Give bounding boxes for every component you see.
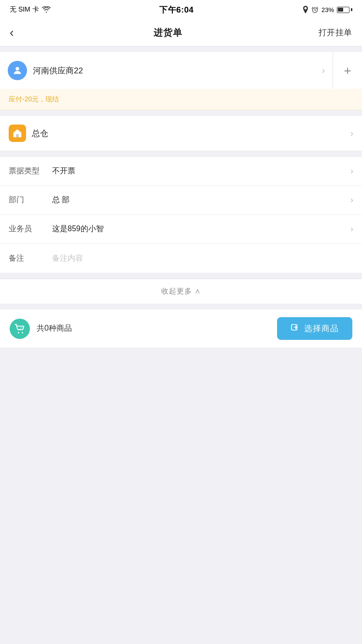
location-icon xyxy=(303,6,308,14)
battery-icon xyxy=(337,7,352,13)
supplier-name: 河南供应商22 xyxy=(33,65,316,76)
svg-point-1 xyxy=(15,67,19,70)
product-count: 共0种商品 xyxy=(37,323,72,334)
remark-row[interactable]: 备注 备注内容 xyxy=(0,244,362,273)
salesperson-value: 这是859的小智 xyxy=(47,224,350,234)
select-product-button[interactable]: 选择商品 xyxy=(277,317,352,340)
section-gap-1 xyxy=(0,46,362,52)
select-btn-label: 选择商品 xyxy=(304,323,339,334)
notice-banner: 应付-20元，现结 xyxy=(0,89,362,110)
page-title: 进货单 xyxy=(153,27,182,39)
invoice-type-chevron-icon: › xyxy=(350,166,353,176)
add-supplier-button[interactable]: + xyxy=(333,52,362,89)
notice-text: 应付-20元，现结 xyxy=(9,95,59,103)
salesperson-label: 业务员 xyxy=(9,224,47,234)
page-background xyxy=(0,348,362,483)
alarm-icon xyxy=(311,6,319,14)
supplier-section: 河南供应商22 › + xyxy=(0,52,362,89)
salesperson-row[interactable]: 业务员 这是859的小智 › xyxy=(0,215,362,244)
status-right: 23% xyxy=(303,6,352,14)
invoice-type-row[interactable]: 票据类型 不开票 › xyxy=(0,157,362,186)
cart-icon xyxy=(10,319,30,339)
form-section: 票据类型 不开票 › 部门 总 部 › 业务员 这是859的小智 › 备注 备注… xyxy=(0,157,362,273)
warehouse-icon xyxy=(9,125,26,142)
department-value: 总 部 xyxy=(47,195,350,205)
chevron-right-icon: › xyxy=(322,66,325,76)
wifi-icon xyxy=(42,6,51,13)
status-left: 无 SIM 卡 xyxy=(10,5,51,14)
warehouse-name: 总仓 xyxy=(32,128,345,139)
invoice-type-label: 票据类型 xyxy=(9,166,47,176)
svg-rect-2 xyxy=(16,134,19,137)
warehouse-chevron-icon: › xyxy=(350,128,353,139)
collapse-row[interactable]: 收起更多 ∧ xyxy=(0,279,362,304)
department-label: 部门 xyxy=(9,195,47,205)
salesperson-chevron-icon: › xyxy=(350,224,353,234)
status-time: 下午6:04 xyxy=(159,4,194,15)
product-bar-left: 共0种商品 xyxy=(10,319,72,339)
supplier-selector[interactable]: 河南供应商22 › xyxy=(0,52,333,89)
status-bar: 无 SIM 卡 下午6:04 23% xyxy=(0,0,362,19)
product-bar: 共0种商品 选择商品 xyxy=(0,309,362,348)
open-pending-button[interactable]: 打开挂单 xyxy=(319,27,352,38)
warehouse-row[interactable]: 总仓 › xyxy=(0,116,362,151)
supplier-avatar xyxy=(8,61,27,80)
invoice-type-value: 不开票 xyxy=(47,166,350,176)
nav-bar: ‹ 进货单 打开挂单 xyxy=(0,19,362,46)
select-btn-icon xyxy=(291,323,300,334)
department-chevron-icon: › xyxy=(350,195,353,205)
svg-point-3 xyxy=(18,332,19,333)
battery-percent: 23% xyxy=(321,6,334,14)
department-row[interactable]: 部门 总 部 › xyxy=(0,186,362,215)
collapse-label: 收起更多 ∧ xyxy=(161,287,201,296)
remark-label: 备注 xyxy=(9,253,47,264)
remark-input[interactable]: 备注内容 xyxy=(47,253,353,264)
back-button[interactable]: ‹ xyxy=(10,23,18,42)
svg-point-4 xyxy=(22,332,23,333)
carrier-text: 无 SIM 卡 xyxy=(10,5,39,14)
